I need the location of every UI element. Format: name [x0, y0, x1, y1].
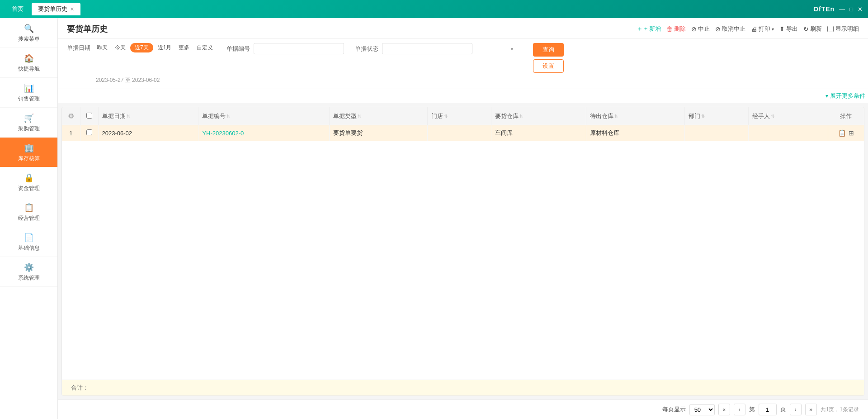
th-req-warehouse: 要货仓库 ⇅	[491, 107, 586, 125]
row-detail-icon[interactable]: ⊞	[849, 129, 854, 137]
tab-requisition-history[interactable]: 要货单历史 ✕	[32, 3, 80, 15]
td-pending-warehouse: 原材料仓库	[586, 125, 685, 141]
date-filter-label: 单据日期	[67, 44, 90, 52]
status-select[interactable]	[382, 43, 472, 54]
order-no-filter-group: 单据编号	[226, 43, 344, 54]
operations-mgmt-icon: 📋	[24, 203, 34, 213]
date-shortcut-today[interactable]: 今天	[112, 43, 128, 52]
order-no-input[interactable]	[254, 43, 344, 54]
status-filter-group: 单据状态	[355, 43, 518, 54]
table-header: ⚙ 单据日期 ⇅	[62, 107, 864, 125]
query-button[interactable]: 查询	[533, 43, 564, 57]
sidebar-item-search-menu[interactable]: 🔍 搜索菜单	[0, 18, 57, 48]
sidebar-item-system-mgmt[interactable]: ⚙️ 系统管理	[0, 257, 57, 287]
delete-label: 删除	[674, 25, 686, 33]
date-shortcut-yesterday[interactable]: 昨天	[94, 43, 110, 52]
sidebar-item-sales-mgmt[interactable]: 📊 销售管理	[0, 78, 57, 108]
order-no-label: 单据编号	[226, 45, 250, 53]
sort-pending-warehouse-icon[interactable]: ⇅	[614, 114, 618, 119]
sort-handler-icon[interactable]: ⇅	[771, 114, 774, 119]
refresh-label: 刷新	[810, 25, 822, 33]
page-number-input[interactable]	[759, 404, 777, 415]
first-page-button[interactable]: «	[718, 404, 730, 415]
new-button[interactable]: ＋ + 新增	[637, 25, 661, 33]
sidebar-item-quick-nav[interactable]: 🏠 快捷导航	[0, 48, 57, 78]
status-label: 单据状态	[355, 45, 378, 53]
page-size-select[interactable]: 10 20 50 100	[689, 404, 715, 415]
search-menu-icon: 🔍	[24, 24, 34, 33]
expand-button[interactable]: ▾ 展开更多条件	[826, 92, 865, 100]
export-label: 导出	[786, 25, 798, 33]
th-date: 单据日期 ⇅	[98, 107, 198, 125]
th-order-no: 单据编号 ⇅	[198, 107, 329, 125]
status-select-wrapper	[382, 43, 518, 54]
sort-store-icon[interactable]: ⇅	[444, 114, 448, 119]
sidebar-item-basic-info-label: 基础信息	[18, 244, 40, 252]
new-label: + 新增	[644, 25, 661, 33]
table-settings-icon[interactable]: ⚙	[68, 112, 74, 120]
stop-label: 中止	[698, 25, 710, 33]
select-all-checkbox[interactable]	[86, 113, 92, 119]
settings-button[interactable]: 设置	[533, 59, 564, 73]
table-scroll[interactable]: ⚙ 单据日期 ⇅	[62, 107, 864, 380]
td-row-num: 1	[62, 125, 80, 141]
date-shortcut-7days[interactable]: 近7天	[130, 43, 153, 52]
pagination-bar: 每页显示 10 20 50 100 « ‹ 第 页 › » 共1页，1条记录	[58, 400, 868, 419]
sort-order-no-icon[interactable]: ⇅	[226, 114, 230, 119]
print-button[interactable]: 🖨 打印 ▾	[751, 25, 774, 33]
cancel-stop-button[interactable]: ⊘ 取消中止	[715, 25, 745, 33]
sidebar-item-finance-mgmt[interactable]: 🔒 资金管理	[0, 167, 57, 197]
print-dropdown-icon[interactable]: ▾	[772, 27, 774, 32]
sidebar-item-basic-info[interactable]: 📄 基础信息	[0, 227, 57, 257]
last-page-button[interactable]: »	[805, 404, 817, 415]
sidebar-item-purchase-mgmt[interactable]: 🛒 采购管理	[0, 108, 57, 138]
window-minimize[interactable]: —	[839, 6, 845, 13]
sidebar-item-inventory[interactable]: 🏢 库存核算	[0, 138, 57, 167]
row-edit-icon[interactable]: 📋	[838, 129, 846, 137]
refresh-icon: ↻	[803, 25, 809, 33]
filter-btn-group: 查询 设置	[533, 43, 564, 73]
row-order-no[interactable]: YH-20230602-0	[202, 130, 244, 137]
print-icon: 🖨	[751, 25, 757, 33]
sort-req-warehouse-icon[interactable]: ⇅	[519, 114, 523, 119]
sort-dept-icon[interactable]: ⇅	[701, 114, 705, 119]
top-bar-right: OfTEn — □ ✕	[813, 5, 863, 13]
close-icon[interactable]: ✕	[70, 6, 74, 12]
expand-conditions-row: ▾ 展开更多条件	[58, 89, 868, 103]
refresh-button[interactable]: ↻ 刷新	[803, 25, 822, 33]
action-icons: 📋 ⊞	[832, 129, 861, 137]
purchase-mgmt-icon: 🛒	[24, 113, 34, 123]
sidebar-item-operations-mgmt[interactable]: 📋 经营管理	[0, 197, 57, 227]
display-cell-checkbox[interactable]	[827, 26, 834, 32]
tab-home[interactable]: 首页	[5, 3, 30, 15]
th-pending-warehouse: 待出仓库 ⇅	[586, 107, 685, 125]
td-action: 📋 ⊞	[828, 125, 864, 141]
sidebar-item-operations-mgmt-label: 经营管理	[18, 214, 40, 222]
td-store	[428, 125, 491, 141]
th-checkbox	[80, 107, 98, 125]
date-shortcut-more[interactable]: 更多	[176, 43, 192, 52]
page-header: 要货单历史 ＋ + 新增 🗑 删除 ⊘ 中止 ⊘ 取消中止	[58, 18, 868, 38]
page-label-after: 页	[780, 405, 786, 414]
date-shortcut-custom[interactable]: 自定义	[194, 43, 216, 52]
row-type: 要货单要货	[333, 129, 363, 136]
sort-date-icon[interactable]: ⇅	[127, 114, 130, 119]
stop-button[interactable]: ⊘ 中止	[691, 25, 710, 33]
sidebar-item-search-menu-label: 搜索菜单	[18, 35, 40, 43]
stop-icon: ⊘	[691, 25, 697, 33]
print-label: 打印	[759, 25, 770, 33]
th-type-label: 单据类型	[333, 112, 357, 120]
window-close[interactable]: ✕	[858, 6, 863, 13]
prev-page-button[interactable]: ‹	[734, 404, 745, 415]
export-button[interactable]: ⬆ 导出	[779, 25, 798, 33]
date-shortcut-1month[interactable]: 近1月	[155, 43, 175, 52]
window-maximize[interactable]: □	[849, 6, 853, 13]
display-cell-button[interactable]: 显示明细	[827, 25, 859, 33]
row-checkbox[interactable]	[86, 129, 92, 135]
cancel-stop-label: 取消中止	[722, 25, 745, 33]
summary-label: 合计：	[71, 384, 89, 392]
next-page-button[interactable]: ›	[790, 404, 802, 415]
finance-mgmt-icon: 🔒	[24, 173, 34, 183]
delete-button[interactable]: 🗑 删除	[666, 25, 686, 33]
sort-type-icon[interactable]: ⇅	[358, 114, 361, 119]
